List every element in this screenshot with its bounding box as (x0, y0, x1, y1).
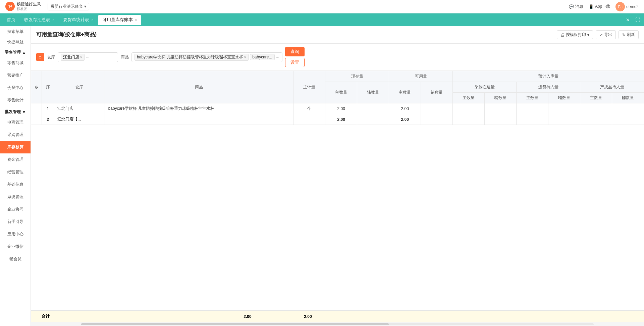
settings-button[interactable]: 设置 (285, 58, 305, 67)
col-available-main: 主数量 (389, 82, 421, 103)
app-download-label: App下载 (595, 4, 610, 9)
sidebar-label-inventory: 库存核算 (7, 144, 23, 150)
sidebar-item-wechat[interactable]: 企业微信 (0, 240, 31, 253)
row2-unit (293, 114, 325, 125)
col-available-header: 可用量 (389, 71, 453, 82)
top-bar-right: 💬 消息 📱 App下载 Ea demo2 (569, 2, 639, 11)
logo-text: 畅捷通好生意 (17, 2, 41, 6)
sidebar-label-marketing: 营销推广 (7, 73, 23, 78)
row1-current-main: 2.00 (325, 103, 357, 114)
user-area[interactable]: Ea demo2 (615, 2, 639, 11)
message-label: 消息 (575, 4, 583, 9)
logo-subtext: 标准版 (17, 7, 41, 11)
tab-inventory[interactable]: 可用量库存账本 × (98, 15, 141, 25)
message-btn[interactable]: 💬 消息 (569, 4, 583, 9)
col-current-header: 现存量 (325, 71, 389, 82)
tab-receipts[interactable]: 收发存汇总表 × (20, 15, 58, 25)
col-incoming-aux: 辅数量 (548, 93, 580, 103)
col-settings-header[interactable]: ⚙ (31, 71, 42, 103)
warehouse-ellipsis[interactable]: ··· (86, 55, 89, 59)
sidebar-item-retail-store[interactable]: 零售商城 (0, 57, 31, 69)
sidebar-item-operations[interactable]: 经营管理 (0, 166, 31, 178)
tab-inventory-close[interactable]: × (135, 18, 137, 22)
warehouse-label: 仓库 (47, 54, 55, 60)
sidebar-item-newbie[interactable]: 新手引导 (0, 216, 31, 228)
tab-fullscreen-icon[interactable]: ⛶ (634, 16, 641, 24)
table-footer: 合计 2.00 2.00 (31, 310, 644, 322)
data-table: ⚙ 序 仓库 商品 主计量 现存量 可用量 预计入库量 主数量 辅数量 主数量 (31, 71, 644, 125)
page-title: 可用量查询(按仓库+商品) (36, 31, 97, 38)
sidebar-item-member2[interactable]: 畅会员 (0, 253, 31, 265)
row1-product: babycare学饮杯 儿童防摔防撞吸管杯重力球吸嘴杯宝宝水杯 (105, 103, 293, 114)
sidebar-label-wechat: 企业微信 (7, 244, 23, 249)
main-layout: 搜索菜单 快捷导航 零售管理 ▲ 零售商城 营销推广 会员中心 零售统计 批发管… (0, 26, 644, 326)
product-tag-1-remove[interactable]: × (244, 55, 246, 59)
product-ellipsis[interactable]: ··· (276, 55, 279, 59)
warehouse-tag-remove[interactable]: × (80, 55, 82, 59)
sidebar-label-retail-store: 零售商城 (7, 60, 23, 66)
sidebar-item-member[interactable]: 会员中心 (0, 82, 31, 94)
row2-available-aux (421, 114, 453, 125)
sidebar-search[interactable]: 搜索菜单 (0, 26, 31, 37)
app-download-btn[interactable]: 📱 App下载 (589, 4, 610, 9)
sidebar-label-ecommerce: 电商管理 (7, 120, 23, 125)
sidebar-item-basic-info[interactable]: 基础信息 (0, 178, 31, 191)
sidebar-nav-quicknav[interactable]: 快捷导航 (0, 37, 31, 47)
tab-home[interactable]: 首页 (3, 15, 19, 25)
row1-incoming-aux (548, 103, 580, 114)
sidebar-item-wholesale-mgmt[interactable]: 批发管理 ▼ (0, 106, 31, 116)
tab-orders-close[interactable]: × (91, 18, 93, 22)
tab-close-all-icon[interactable]: ✕ (625, 16, 631, 24)
col-current-aux: 辅数量 (357, 82, 389, 103)
content-area: 可用量查询(按仓库+商品) 🖨 按模板打印 ▾ ↗ 导出 ↻ 刷新 » (31, 26, 644, 326)
tab-receipts-close[interactable]: × (52, 18, 54, 22)
warehouse-input[interactable]: 江北门店 × ··· (58, 52, 118, 62)
sidebar-item-purchase[interactable]: 采购管理 (0, 129, 31, 141)
query-button[interactable]: 查询 (285, 47, 305, 56)
sidebar-item-inventory[interactable]: 库存核算 (0, 141, 31, 153)
sidebar-item-retail-mgmt[interactable]: 零售管理 ▲ (0, 47, 31, 57)
top-bar: 好 畅捷通好生意 标准版 母婴行业演示账套 ▾ 💬 消息 📱 App下载 Ea … (0, 0, 644, 13)
sidebar-item-app-center[interactable]: 应用中心 (0, 228, 31, 240)
col-production-aux: 辅数量 (612, 93, 644, 103)
row2-product (105, 114, 293, 125)
row2-warehouse: 江北门店【... (54, 114, 105, 125)
col-purchase-main: 主数量 (453, 93, 485, 103)
sidebar-item-marketing[interactable]: 营销推广 (0, 69, 31, 82)
scrollbar-track[interactable] (81, 323, 594, 325)
app-icon: 📱 (589, 4, 594, 9)
sidebar-item-retail-stats[interactable]: 零售统计 (0, 94, 31, 106)
row1-available-main: 2.00 (389, 103, 421, 114)
avatar: Ea (615, 2, 625, 11)
sidebar-item-enterprise[interactable]: 企业协同 (0, 203, 31, 216)
product-input[interactable]: babycare学饮杯 儿童防摔防撞吸管杯重力球吸嘴杯宝宝水杯 × babyca… (131, 52, 282, 62)
logo-text-block: 畅捷通好生意 标准版 (17, 2, 41, 11)
row2-incoming-main (517, 114, 548, 125)
row2-incoming-aux (548, 114, 580, 125)
col-production-header: 产成品待入量 (580, 82, 644, 93)
col-available-aux: 辅数量 (421, 82, 453, 103)
sidebar-label-purchase: 采购管理 (7, 132, 23, 138)
refresh-btn[interactable]: ↻ 刷新 (619, 30, 639, 39)
footer-available-main: 2.00 (291, 314, 325, 319)
sidebar-label-retail-stats: 零售统计 (7, 97, 23, 103)
sidebar-item-ecommerce[interactable]: 电商管理 (0, 116, 31, 129)
filter-toggle-btn[interactable]: » (36, 53, 44, 61)
print-btn[interactable]: 🖨 按模板打印 ▾ (557, 30, 593, 39)
export-btn[interactable]: ↗ 导出 (596, 30, 616, 39)
sidebar-item-system[interactable]: 系统管理 (0, 191, 31, 203)
export-icon: ↗ (599, 33, 603, 37)
tab-orders[interactable]: 要货单统计表 × (59, 15, 97, 25)
refresh-label: 刷新 (627, 32, 635, 38)
settings-icon: ⚙ (35, 85, 38, 90)
sidebar: 搜索菜单 快捷导航 零售管理 ▲ 零售商城 营销推广 会员中心 零售统计 批发管… (0, 26, 31, 326)
chevron-down-icon: ▾ (84, 4, 86, 9)
sidebar-item-finance[interactable]: 资金管理 (0, 153, 31, 166)
chevron-icon-2: ▼ (22, 110, 26, 114)
row2-no: 2 (42, 114, 54, 125)
row2-available-main: 2.00 (389, 114, 421, 125)
row1-production-aux (612, 103, 644, 114)
logo-area: 好 畅捷通好生意 标准版 (5, 2, 41, 11)
industry-selector[interactable]: 母婴行业演示账套 ▾ (48, 3, 89, 10)
sidebar-label-system: 系统管理 (7, 194, 23, 200)
